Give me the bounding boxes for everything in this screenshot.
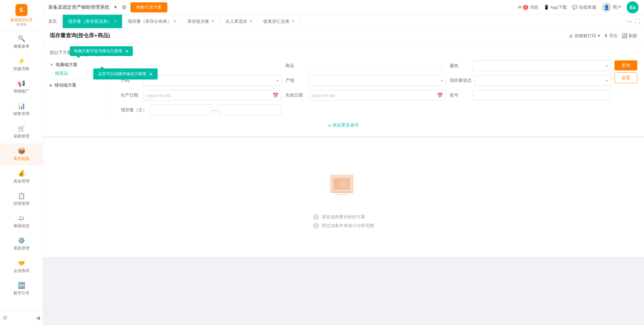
scheme-tooltip: 电脑方案可设为移动方案哦 ✕	[70, 46, 133, 56]
tab-collect-summary-close[interactable]: ✕	[291, 19, 294, 23]
filter-field-color: 颜色 ▾	[450, 60, 610, 71]
filter-body: ▼ 电脑端方案 按照品 这里可以创建和修改方案哦 ✕	[50, 60, 637, 119]
status-label: 现存量状态	[450, 77, 472, 84]
tab-maximize-btn[interactable]: ⛶	[635, 18, 640, 24]
system-name: 装备及固定资产辅助管理系统	[48, 4, 109, 10]
sidebar-item-search-menu[interactable]: 🔍 搜索菜单	[0, 31, 43, 53]
sidebar-item-enterprise[interactable]: 🤝 企业协同	[0, 255, 43, 278]
export-icon: ⬆	[604, 33, 608, 38]
origin-select[interactable]: ▾	[308, 75, 446, 86]
create-tooltip-text: 这里可以创建和修改方案哦	[98, 71, 146, 77]
tab-inventory-dist[interactable]: 现存量（库存分布表） ✕	[122, 15, 182, 28]
settings-icon[interactable]: ⚙	[122, 4, 126, 10]
scheme-panel: ▼ 电脑端方案 按照品 这里可以创建和修改方案哦 ✕	[50, 60, 110, 119]
goods-input[interactable]: ···	[308, 60, 446, 71]
pc-scheme-label[interactable]: 电脑端方案	[56, 62, 77, 68]
sidebar-item-label: 企业协同	[13, 268, 30, 274]
sidebar-item-marketing[interactable]: 📢 营销推广	[0, 76, 43, 98]
color-select[interactable]: ▾	[473, 60, 610, 71]
tab-in-out-flow-label: 出入库流水	[225, 18, 247, 24]
tab-collect-summary[interactable]: 收发存汇总表 ✕	[258, 15, 300, 28]
logo-icon: 6	[15, 4, 28, 16]
empty-steps: 1 请先选择要分析的方案 2 用过滤条件来缩小分析范围	[313, 213, 374, 230]
stock-qty-to[interactable]	[219, 105, 281, 115]
pc-scheme-arrow[interactable]: ▼	[50, 62, 54, 67]
export-btn[interactable]: ⬆ 导出	[604, 33, 618, 39]
tab-minimize-btn[interactable]: —	[627, 18, 632, 24]
status-select[interactable]: ▾	[474, 75, 610, 86]
filter-field-stock-qty: 现存量（主） —	[121, 105, 281, 115]
sidebar-item-quick-nav[interactable]: ⚡ 快捷导航	[0, 53, 43, 76]
size-select[interactable]: ▾	[144, 75, 281, 86]
app-download-btn[interactable]: 📱 App下载	[544, 4, 567, 10]
create-scheme-tooltip: 这里可以创建和修改方案哦 ✕	[93, 68, 158, 79]
tab-in-out-flow-close[interactable]: ✕	[249, 19, 252, 23]
filter-row-2: 尺码 ▾ 产地 ▾	[114, 75, 610, 86]
sidebar-item-system[interactable]: ⚙️ 系统管理	[0, 233, 43, 255]
logo-area: 6 畅通道好生意 标准版	[0, 0, 43, 31]
tab-in-out-flow[interactable]: 出入库流水 ✕	[220, 15, 258, 28]
sidebar-item-label: 搜索菜单	[13, 44, 30, 49]
sidebar-item-basic[interactable]: 🗂 基础信息	[0, 211, 43, 233]
scheme-tooltip-close[interactable]: ✕	[125, 49, 129, 54]
expiry-date-icon: 📅	[437, 93, 443, 98]
create-tooltip-close[interactable]: ✕	[149, 71, 153, 77]
system-selector[interactable]: ▼	[113, 5, 118, 10]
filter-area: 按以下方案查询 + ↻ « 电脑方案可设为移动方案哦 ✕ ▼ 电脑端方案	[43, 44, 644, 137]
main-content: 现存量查询(按仓库+商品) 🖨 按模板打印 ▾ ⬆ 导出 🔄 刷新 按以下方案查…	[43, 28, 644, 325]
tab-inventory-status-label: 现存量（库存状况表）	[68, 18, 112, 24]
step-2-num: 2	[313, 223, 319, 229]
try-industry-button[interactable]: 体验行业方案	[130, 2, 167, 12]
online-support-btn[interactable]: 💬 在线客服	[572, 4, 596, 10]
user-area[interactable]: 👤 用户	[602, 3, 621, 12]
svg-rect-3	[332, 192, 352, 193]
tab-inventory-dist-close[interactable]: ✕	[173, 19, 176, 23]
collapse-conditions-btn[interactable]: ∧ 收起更多条件	[50, 119, 637, 131]
mobile-scheme-label[interactable]: 移动端方案	[55, 82, 76, 88]
inventory-icon: 📦	[18, 147, 25, 155]
pc-scheme-node: ▼ 电脑端方案	[50, 60, 106, 69]
goods-dots: ···	[439, 63, 443, 68]
header: 装备及固定资产辅助管理系统 ▼ ⚙ 体验行业方案 ✉ 6 消息 📱 App下载 …	[43, 0, 644, 15]
production-date-input[interactable]: yyyy-mm-dd 📅	[144, 90, 281, 101]
origin-label: 产地	[285, 77, 306, 84]
color-label: 颜色	[450, 63, 470, 69]
tab-batch-ledger-close[interactable]: ✕	[211, 19, 214, 23]
stock-qty-from[interactable]	[150, 105, 212, 115]
sidebar-item-finance[interactable]: 💰 资金管理	[0, 166, 43, 188]
collapse-sidebar-btn[interactable]: ◀	[36, 315, 40, 321]
sidebar-item-guide[interactable]: 🆕 新手引导	[0, 278, 43, 300]
tab-inventory-status[interactable]: 现存量（库存状况表） ✕	[63, 15, 122, 28]
refresh-btn[interactable]: 🔄 刷新	[622, 33, 637, 39]
sidebar-item-label: 销售管理	[13, 111, 30, 117]
messages-btn[interactable]: ✉ 6 消息	[518, 4, 538, 10]
sidebar-item-inventory[interactable]: 📦 库存核算	[0, 143, 43, 166]
guide-icon: 🆕	[18, 282, 25, 289]
sidebar-item-sales[interactable]: 📊 销售管理	[0, 98, 43, 121]
tab-batch-ledger-label: 库存批次账	[187, 18, 209, 24]
batch-input[interactable]	[473, 90, 610, 101]
production-date-label: 生产日期	[121, 92, 141, 98]
mobile-scheme-arrow[interactable]: ▶	[50, 83, 53, 88]
expiry-date-input[interactable]: yyyy-mm-dd 📅	[308, 90, 446, 101]
search-btn[interactable]: 查询	[614, 60, 637, 70]
settings-bottom-btn[interactable]: ⚙	[3, 315, 7, 321]
step-1-num: 1	[313, 214, 319, 220]
sidebar-item-label: 快捷导航	[13, 66, 30, 72]
tab-home-label: 首页	[48, 18, 57, 24]
tab-home[interactable]: 首页	[43, 15, 63, 28]
tab-batch-ledger[interactable]: 库存批次账 ✕	[182, 15, 220, 28]
reset-btn[interactable]: 设置	[614, 72, 637, 83]
stock-qty-range: —	[150, 105, 281, 115]
print-btn[interactable]: 🖨 按模板打印 ▾	[569, 33, 600, 39]
sidebar-item-operations[interactable]: 📋 经营管理	[0, 188, 43, 211]
batch-label: 批号	[450, 92, 470, 98]
filter-field-origin: 产地 ▾	[285, 75, 446, 86]
sidebar-item-purchase[interactable]: 🛒 采购管理	[0, 121, 43, 143]
refresh-label: 刷新	[629, 33, 637, 39]
empty-step-2: 2 用过滤条件来缩小分析范围	[313, 221, 374, 230]
tab-inventory-status-close[interactable]: ✕	[114, 19, 117, 23]
filter-field-production-date: 生产日期 yyyy-mm-dd 📅	[121, 90, 281, 101]
svg-rect-4	[335, 194, 348, 195]
filter-field-batch: 批号	[450, 90, 610, 101]
